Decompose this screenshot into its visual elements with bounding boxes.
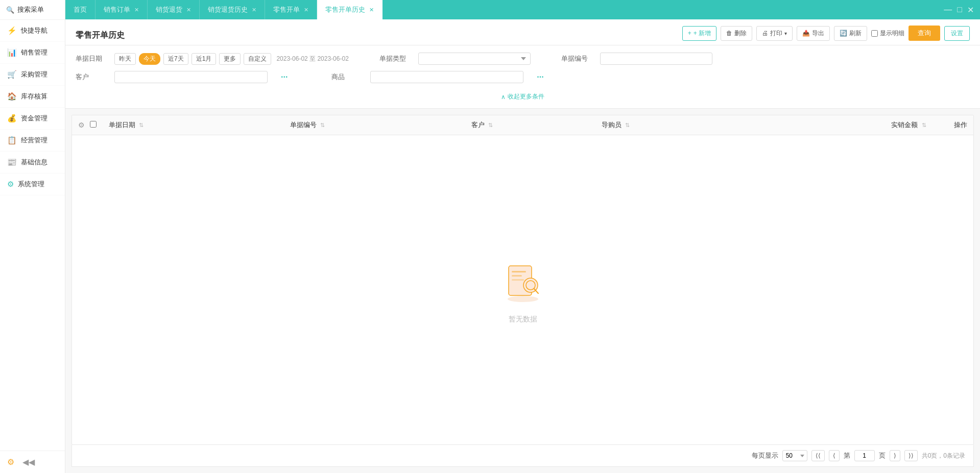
- sidebar-item-sales-mgmt[interactable]: 📊 销售管理: [0, 42, 65, 64]
- customer-dots-btn[interactable]: ···: [278, 71, 291, 83]
- search-icon: 🔍: [6, 6, 14, 14]
- number-input[interactable]: [600, 53, 712, 65]
- date-custom-btn[interactable]: 自定义: [244, 53, 271, 65]
- collapse-conditions-btn[interactable]: ∧ 收起更多条件: [76, 89, 970, 101]
- tab-sales-order-close[interactable]: ✕: [134, 7, 139, 13]
- tab-retail-history[interactable]: 零售开单历史 ✕: [317, 0, 383, 19]
- collapse-sidebar-icon[interactable]: ◀◀: [22, 457, 35, 467]
- th-ops: 操作: [933, 115, 973, 135]
- goods-input[interactable]: [370, 71, 523, 83]
- sidebar-item-sys-mgmt[interactable]: ⚙ 系统管理: [0, 173, 65, 195]
- sidebar-item-purchase-mgmt[interactable]: 🛒 采购管理: [0, 64, 65, 86]
- export-button[interactable]: 📤 导出: [797, 26, 830, 41]
- date-today-btn[interactable]: 今天: [139, 53, 160, 65]
- base-info-icon: 📰: [7, 158, 17, 167]
- svg-rect-2: [512, 271, 526, 272]
- date-quick-group: 昨天 今天 近7天 近1月 更多 自定义: [114, 53, 349, 65]
- display-toggle[interactable]: 显示明细: [871, 29, 904, 38]
- print-dropdown-icon: ▾: [784, 31, 787, 36]
- next-page-btn[interactable]: ⟩: [890, 450, 900, 461]
- table-settings-icon[interactable]: ⚙: [78, 121, 85, 129]
- tab-sales-return-history-label: 销货退货历史: [208, 5, 248, 14]
- empty-illustration: [497, 256, 548, 307]
- type-select[interactable]: [418, 53, 531, 65]
- sidebar-item-base-info[interactable]: 📰 基础信息: [0, 152, 65, 173]
- refresh-button[interactable]: 🔄 刷新: [834, 26, 867, 41]
- amount-sort-icon[interactable]: ⇅: [922, 122, 926, 128]
- query-button[interactable]: 查询: [909, 26, 940, 41]
- tab-retail-open-close[interactable]: ✕: [304, 7, 308, 13]
- filter-row-2: 客户 ··· 商品 ···: [76, 71, 970, 83]
- select-all-checkbox[interactable]: [90, 121, 97, 128]
- tab-retail-history-close[interactable]: ✕: [369, 7, 374, 13]
- date-7days-btn[interactable]: 近7天: [163, 53, 188, 65]
- maximize-button[interactable]: □: [957, 5, 962, 14]
- date-1month-btn[interactable]: 近1月: [192, 53, 217, 65]
- main-area: 首页 销售订单 ✕ 销货退货 ✕ 销货退货历史 ✕ 零售开单 ✕ 零售开单历史 …: [65, 0, 980, 473]
- page-number-input[interactable]: 1: [854, 450, 875, 461]
- sidebar-search-label: 搜索采单: [17, 5, 44, 14]
- quick-nav-icon: ⚡: [7, 26, 17, 35]
- content-area: 零售开单历史 + + 新增 🗑 删除 🖨 打印 ▾ 📤 导出: [65, 19, 980, 473]
- guide-sort-icon[interactable]: ⇅: [625, 122, 630, 128]
- customer-label: 客户: [76, 72, 104, 82]
- print-button[interactable]: 🖨 打印 ▾: [756, 26, 793, 41]
- page-header: 零售开单历史 + + 新增 🗑 删除 🖨 打印 ▾ 📤 导出: [65, 19, 980, 45]
- tab-sales-return-label: 销货退货: [156, 5, 182, 14]
- purchase-mgmt-icon: 🛒: [7, 70, 17, 79]
- date-sort-icon[interactable]: ⇅: [139, 122, 144, 128]
- minimize-button[interactable]: —: [944, 5, 952, 14]
- sidebar-item-quick-nav[interactable]: ⚡ 快捷导航: [0, 20, 65, 42]
- sidebar-search[interactable]: 🔍 搜索采单: [0, 0, 65, 20]
- date-more-btn[interactable]: 更多: [219, 53, 241, 65]
- table-container: ⚙ 单据日期 ⇅ 单据编号 ⇅ 客户 ⇅: [71, 115, 974, 445]
- add-button[interactable]: + + 新增: [682, 26, 716, 41]
- tab-home[interactable]: 首页: [65, 0, 95, 19]
- first-page-btn[interactable]: ⟨⟨: [811, 450, 825, 461]
- sidebar-item-label: 销售管理: [21, 48, 47, 57]
- export-icon: 📤: [802, 30, 810, 37]
- export-label: 导出: [812, 29, 824, 38]
- collapse-up-icon: ∧: [501, 93, 506, 101]
- date-yesterday-btn[interactable]: 昨天: [114, 53, 136, 65]
- empty-text: 暂无数据: [509, 315, 537, 324]
- tab-home-label: 首页: [74, 5, 87, 14]
- customer-input[interactable]: [114, 71, 268, 83]
- tab-sales-return-history-close[interactable]: ✕: [252, 7, 256, 13]
- settings-gear-icon[interactable]: ⚙: [7, 457, 14, 467]
- number-sort-icon[interactable]: ⇅: [320, 122, 325, 128]
- th-date: 单据日期 ⇅: [103, 115, 284, 135]
- tab-sales-order-label: 销售订单: [104, 5, 130, 14]
- last-page-btn[interactable]: ⟩⟩: [904, 450, 918, 461]
- delete-button[interactable]: 🗑 删除: [721, 26, 752, 41]
- display-toggle-checkbox[interactable]: [871, 30, 878, 37]
- prev-page-btn[interactable]: ⟨: [829, 450, 840, 461]
- tab-sales-return-close[interactable]: ✕: [186, 7, 191, 13]
- tab-sales-return[interactable]: 销货退货 ✕: [148, 0, 200, 19]
- customer-sort-icon[interactable]: ⇅: [488, 122, 493, 128]
- sales-mgmt-icon: 📊: [7, 48, 17, 57]
- sidebar-item-label: 采购管理: [21, 70, 47, 79]
- date-custom-label: 自定义: [248, 55, 267, 62]
- tab-sales-return-history[interactable]: 销货退货历史 ✕: [200, 0, 265, 19]
- delete-icon: 🗑: [726, 30, 732, 37]
- per-page-select[interactable]: 50 100 200: [782, 450, 807, 461]
- type-label: 单据类型: [379, 54, 408, 63]
- pagination-bar: 每页显示 50 100 200 ⟨⟨ ⟨ 第 1 页 ⟩ ⟩⟩ 共0页，0条记录: [71, 445, 974, 467]
- goods-dots-btn[interactable]: ···: [534, 71, 546, 83]
- sidebar-item-label: 基础信息: [21, 158, 47, 167]
- sidebar-item-finance[interactable]: 💰 资金管理: [0, 108, 65, 130]
- close-button[interactable]: ✕: [967, 5, 974, 15]
- sidebar-item-operations[interactable]: 📋 经营管理: [0, 130, 65, 152]
- sidebar-item-label: 经营管理: [21, 136, 47, 145]
- sidebar-item-label: 资金管理: [21, 114, 47, 123]
- sidebar-item-inventory[interactable]: 🏠 库存核算: [0, 86, 65, 108]
- tab-retail-open[interactable]: 零售开单 ✕: [265, 0, 317, 19]
- sidebar-item-label: 快捷导航: [21, 26, 47, 35]
- add-icon: +: [688, 30, 691, 37]
- settings-button[interactable]: 设置: [944, 26, 970, 41]
- sidebar-item-label: 库存核算: [21, 92, 47, 101]
- th-guide: 导购员 ⇅: [595, 115, 751, 135]
- filter-area: 单据日期 昨天 今天 近7天 近1月 更多: [65, 45, 980, 109]
- tab-sales-order[interactable]: 销售订单 ✕: [95, 0, 148, 19]
